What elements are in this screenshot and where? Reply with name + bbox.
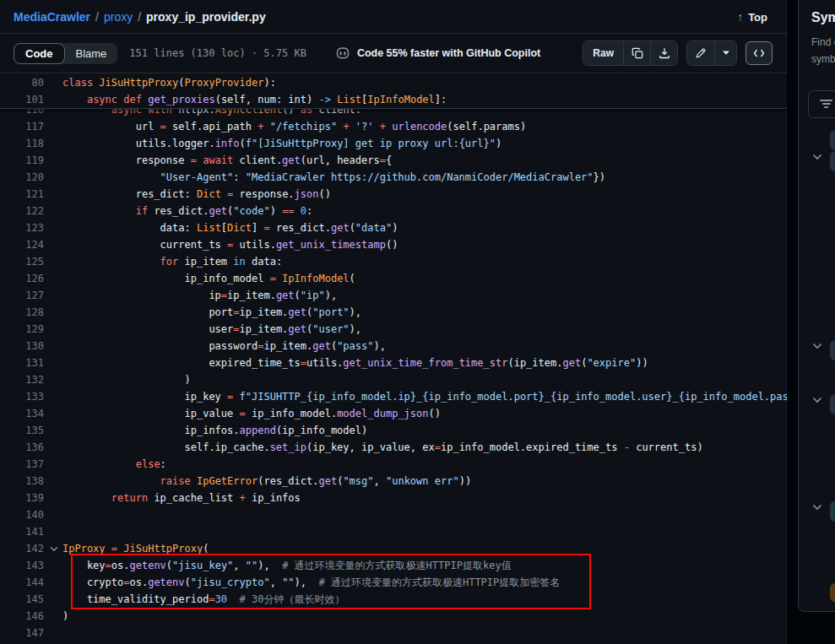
line-number[interactable]: 131: [0, 354, 46, 371]
code-text: return ip_cache_list + ip_infos: [62, 490, 301, 506]
line-number[interactable]: 145: [0, 591, 46, 608]
line-number[interactable]: 140: [0, 506, 46, 523]
code-line-121: 121 res_dict: Dict = response.json(): [0, 186, 787, 203]
line-number[interactable]: 119: [0, 152, 46, 169]
line-number[interactable]: 143: [0, 557, 46, 574]
line-number[interactable]: 117: [0, 118, 46, 135]
line-gutter: [46, 439, 62, 456]
line-number[interactable]: 136: [0, 439, 46, 456]
code-text: for ip_item in data:: [62, 253, 282, 270]
code-text: IpProxy = JiSuHttpProxy(: [62, 540, 209, 557]
symbol-item[interactable]: [830, 501, 835, 522]
line-number[interactable]: 133: [0, 388, 46, 405]
line-number[interactable]: 128: [0, 304, 46, 321]
breadcrumb-folder-link[interactable]: proxy: [104, 10, 133, 24]
line-number[interactable]: 132: [0, 371, 46, 388]
chevron-down-icon[interactable]: [812, 154, 822, 160]
line-number[interactable]: 142: [0, 540, 46, 557]
line-gutter: [46, 304, 62, 321]
breadcrumb-repo-link[interactable]: MediaCrawler: [14, 10, 90, 24]
symbol-item[interactable]: [830, 583, 835, 602]
line-number[interactable]: 127: [0, 287, 46, 304]
line-number[interactable]: 118: [0, 135, 46, 152]
back-to-top-link[interactable]: ↑ Top: [737, 0, 767, 34]
code-line-127: 127 ip=ip_item.get("ip"),: [0, 287, 787, 304]
code-line-144: 144 crypto=os.getenv("jisu_crypto", ""),…: [0, 574, 787, 591]
code-text: class JiSuHttpProxy(ProxyProvider):: [62, 74, 276, 91]
symbol-item[interactable]: [830, 151, 835, 171]
symbols-toggle-button[interactable]: [746, 41, 773, 65]
line-gutter: [46, 456, 62, 473]
line-number[interactable]: 135: [0, 422, 46, 439]
file-view: MediaCrawler / proxy / proxy_ip_provider…: [0, 0, 787, 644]
line-number[interactable]: 130: [0, 338, 46, 354]
copy-icon: [632, 47, 643, 59]
line-gutter: [46, 219, 62, 236]
line-gutter: [46, 152, 62, 169]
line-number[interactable]: 134: [0, 405, 46, 422]
line-number[interactable]: 144: [0, 574, 46, 591]
download-button[interactable]: [650, 41, 677, 65]
line-gutter: [46, 540, 62, 557]
line-number[interactable]: 141: [0, 523, 46, 540]
code-line-125: 125 for ip_item in data:: [0, 253, 787, 270]
code-text: crypto=os.getenv("jisu_crypto", ""), # 通…: [62, 574, 560, 591]
line-gutter: [46, 354, 62, 371]
line-number[interactable]: 129: [0, 321, 46, 338]
line-gutter: [46, 473, 62, 490]
code-line-131: 131 expired_time_ts=utils.get_unix_time_…: [0, 354, 787, 371]
copilot-banner[interactable]: Code 55% faster with GitHub Copilot: [335, 46, 540, 60]
line-number[interactable]: 126: [0, 270, 46, 287]
line-number[interactable]: 137: [0, 456, 46, 473]
line-number[interactable]: 139: [0, 490, 46, 506]
file-actions: Raw: [583, 41, 773, 66]
line-number[interactable]: 146: [0, 608, 46, 625]
line-gutter: [46, 490, 62, 506]
code-line-140: 140: [0, 506, 787, 523]
breadcrumb-separator: /: [138, 10, 141, 24]
code-text: res_dict: Dict = response.json(): [62, 186, 331, 203]
download-icon: [659, 47, 670, 59]
code-line-146: 146): [0, 608, 787, 625]
code-line-122: 122 if res_dict.get("code") == 0:: [0, 203, 787, 219]
line-number[interactable]: 120: [0, 169, 46, 186]
line-gutter: [46, 186, 62, 203]
symbol-item[interactable]: [830, 394, 835, 414]
line-number[interactable]: 80: [0, 74, 46, 91]
edit-dropdown-button[interactable]: [714, 41, 736, 65]
copilot-icon: [335, 46, 350, 60]
line-number[interactable]: 124: [0, 236, 46, 253]
symbols-filter-button[interactable]: [808, 90, 835, 118]
code-line-119: 119 response = await client.get(url, hea…: [0, 152, 787, 169]
breadcrumb-filename: proxy_ip_provider.py: [146, 10, 266, 24]
line-number[interactable]: 125: [0, 253, 46, 270]
collapse-chevron-icon[interactable]: [50, 546, 58, 552]
raw-button[interactable]: Raw: [583, 41, 623, 65]
line-number[interactable]: 147: [0, 625, 46, 641]
copy-raw-button[interactable]: [623, 41, 650, 65]
line-number[interactable]: 101: [0, 91, 46, 108]
line-number[interactable]: 121: [0, 186, 46, 203]
chevron-down-icon[interactable]: [812, 343, 822, 349]
code-text: raise IpGetError(res_dict.get("msg", "un…: [62, 473, 471, 490]
code-line-143: 143 key=os.getenv("jisu_key", ""), # 通过环…: [0, 557, 787, 574]
symbol-item[interactable]: [830, 340, 835, 360]
chevron-down-icon[interactable]: [812, 397, 822, 403]
code-text: password=ip_item.get("pass"),: [62, 338, 386, 354]
line-gutter: [46, 405, 62, 422]
tab-code[interactable]: Code: [14, 43, 65, 64]
code-text: user=ip_item.get("user"),: [62, 321, 361, 338]
chevron-down-icon[interactable]: [812, 504, 822, 511]
line-number[interactable]: 123: [0, 219, 46, 236]
edit-button[interactable]: [687, 41, 714, 65]
code-line-80: 80class JiSuHttpProxy(ProxyProvider):: [0, 74, 787, 91]
code-line-136: 136 self.ip_cache.set_ip(ip_key, ip_valu…: [0, 439, 787, 456]
edit-pencil-icon: [695, 47, 707, 59]
tab-blame[interactable]: Blame: [65, 43, 118, 64]
code-line-134: 134 ip_value = ip_info_model.model_dump_…: [0, 405, 787, 422]
line-gutter: [46, 591, 62, 608]
line-number[interactable]: 138: [0, 473, 46, 490]
code-text: "User-Agent": "MediaCrawler https://gith…: [62, 169, 605, 186]
line-number[interactable]: 122: [0, 203, 46, 219]
symbol-item[interactable]: [830, 130, 835, 150]
